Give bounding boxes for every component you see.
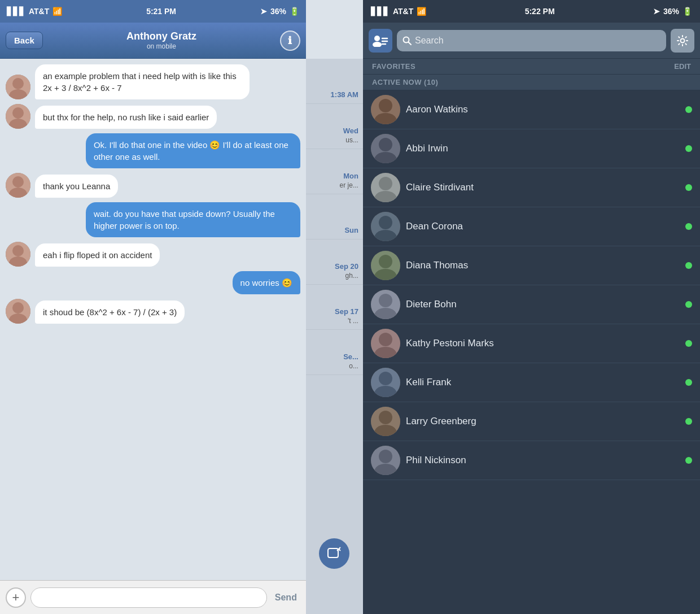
svg-point-10 bbox=[12, 245, 24, 256]
settings-button[interactable] bbox=[671, 29, 694, 53]
svg-point-25 bbox=[680, 38, 684, 42]
nav-bar-left: Back Anthony Gratz on mobile ℹ bbox=[0, 23, 306, 59]
battery-icon-left: 🔋 bbox=[290, 7, 299, 16]
online-indicator bbox=[685, 145, 692, 152]
search-input[interactable] bbox=[415, 36, 660, 46]
avatar bbox=[371, 446, 400, 475]
timeline-item[interactable]: 1:38 AM bbox=[306, 59, 363, 104]
message-bubble: wait. do you have that upside down? Usua… bbox=[86, 202, 300, 237]
avatar bbox=[371, 251, 400, 280]
contact-name: Dieter Bohn bbox=[406, 299, 680, 310]
location-icon-left: ➤ bbox=[260, 7, 267, 16]
timeline-preview: o... bbox=[349, 362, 358, 371]
timeline-item[interactable]: Sep 17 't ... bbox=[306, 285, 363, 330]
favorites-label: FAVORITES bbox=[372, 62, 415, 71]
message-bubble: but thx for the help, no rush like i sai… bbox=[35, 106, 217, 129]
message-text: wait. do you have that upside down? Usua… bbox=[94, 209, 275, 230]
contact-name: Claire Stirdivant bbox=[406, 182, 680, 193]
message-bubble: no worries 😊 bbox=[233, 271, 300, 294]
info-button[interactable]: ℹ bbox=[280, 31, 300, 51]
info-icon: ℹ bbox=[288, 34, 292, 47]
contact-item[interactable]: Dieter Bohn bbox=[363, 285, 700, 324]
timeline-preview: us... bbox=[345, 136, 358, 145]
compose-button[interactable] bbox=[319, 538, 349, 569]
signal-icon-right: ▋▋▋ bbox=[371, 7, 390, 16]
svg-point-48 bbox=[379, 372, 392, 385]
contact-item[interactable]: Kathy Pestoni Marks bbox=[363, 324, 700, 363]
contact-item[interactable]: Phil Nickinson bbox=[363, 441, 700, 480]
send-button[interactable]: Send bbox=[272, 593, 300, 603]
back-button[interactable]: Back bbox=[6, 32, 43, 49]
contact-name: Kelli Frank bbox=[406, 377, 680, 388]
battery-icon-right: 🔋 bbox=[683, 7, 692, 16]
avatar bbox=[6, 75, 30, 99]
gear-icon bbox=[676, 34, 689, 47]
online-indicator bbox=[685, 340, 692, 347]
contacts-icon-button[interactable] bbox=[369, 29, 392, 53]
active-now-section-header: ACTIVE NOW (10) bbox=[363, 75, 700, 90]
nav-title: Anthony Gratz on mobile bbox=[126, 31, 196, 50]
svg-point-54 bbox=[379, 450, 392, 463]
timeline-item[interactable]: Wed us... bbox=[306, 104, 363, 149]
svg-point-18 bbox=[374, 36, 380, 41]
right-panel: ▋▋▋ AT&T 📶 5:22 PM ➤ 36% 🔋 bbox=[363, 0, 700, 614]
contact-item[interactable]: Larry Greenberg bbox=[363, 402, 700, 441]
contact-item[interactable]: Diana Thomas bbox=[363, 246, 700, 285]
svg-point-1 bbox=[12, 78, 24, 89]
timeline-date: 1:38 AM bbox=[331, 90, 358, 99]
svg-point-51 bbox=[379, 411, 392, 424]
timeline-item[interactable]: Sep 20 gh... bbox=[306, 239, 363, 285]
avatar bbox=[6, 299, 30, 324]
message-input[interactable] bbox=[30, 587, 267, 608]
svg-point-19 bbox=[373, 42, 382, 47]
contact-item[interactable]: Kelli Frank bbox=[363, 363, 700, 402]
contact-item[interactable]: Claire Stirdivant bbox=[363, 168, 700, 207]
contact-item[interactable]: Aaron Watkins bbox=[363, 90, 700, 129]
plus-icon: + bbox=[12, 590, 20, 605]
edit-button[interactable]: EDIT bbox=[674, 62, 691, 71]
contact-item[interactable]: Abbi Irwin bbox=[363, 129, 700, 168]
contact-name: Dean Corona bbox=[406, 221, 680, 232]
online-indicator bbox=[685, 106, 692, 113]
search-box bbox=[397, 30, 666, 51]
wifi-icon-left: 📶 bbox=[53, 7, 62, 16]
chat-contact-status: on mobile bbox=[126, 42, 196, 50]
timeline-strip: 1:38 AM Wed us... Mon er je... Sun Sep 2… bbox=[306, 0, 363, 614]
message-row: no worries 😊 bbox=[6, 271, 300, 294]
time-right: 5:22 PM bbox=[525, 7, 555, 16]
active-now-label: ACTIVE NOW (10) bbox=[372, 78, 438, 86]
contact-name: Abbi Irwin bbox=[406, 143, 680, 154]
avatar bbox=[371, 95, 400, 124]
message-bubble: thank you Leanna bbox=[35, 175, 118, 198]
online-indicator bbox=[685, 262, 692, 269]
avatar bbox=[371, 134, 400, 163]
timeline-date: Sun bbox=[344, 226, 358, 234]
avatar bbox=[371, 329, 400, 358]
carrier-right: AT&T bbox=[393, 7, 413, 16]
search-icon bbox=[403, 36, 412, 45]
svg-point-27 bbox=[379, 99, 392, 112]
message-bubble: an example problem that i need help with… bbox=[35, 64, 250, 99]
message-text: Ok. I'll do that one in the video 😊 I'll… bbox=[94, 140, 288, 162]
svg-line-17 bbox=[339, 549, 340, 551]
contact-item[interactable]: Dean Corona bbox=[363, 207, 700, 246]
battery-right: 36% bbox=[663, 7, 679, 16]
timeline-date: Sep 17 bbox=[335, 307, 358, 316]
message-text: but thx for the help, no rush like i sai… bbox=[43, 112, 209, 122]
timeline-item[interactable]: Se... o... bbox=[306, 330, 363, 375]
timeline-item[interactable]: Mon er je... bbox=[306, 149, 363, 194]
svg-point-4 bbox=[12, 107, 24, 119]
time-left: 5:21 PM bbox=[146, 7, 176, 16]
input-bar: + Send bbox=[0, 580, 306, 614]
online-indicator bbox=[685, 379, 692, 386]
timeline-item[interactable]: Sun bbox=[306, 194, 363, 239]
timeline-date: Sep 20 bbox=[335, 262, 358, 271]
battery-info-right: ➤ 36% 🔋 bbox=[653, 7, 692, 16]
avatar bbox=[6, 242, 30, 267]
timeline-date: Mon bbox=[343, 172, 358, 180]
search-bar-area bbox=[363, 23, 700, 59]
svg-point-39 bbox=[379, 255, 392, 268]
add-button[interactable]: + bbox=[6, 587, 26, 608]
timeline-preview: 't ... bbox=[348, 317, 358, 326]
timeline-date: Wed bbox=[343, 127, 358, 135]
